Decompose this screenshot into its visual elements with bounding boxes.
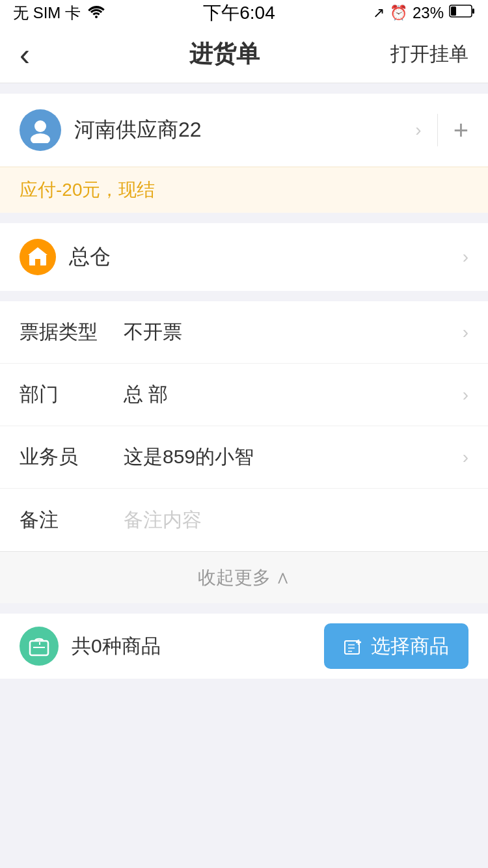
status-bar: 无 SIM 卡 下午6:04 ↗ ⏰ 23% bbox=[0, 0, 488, 26]
location-icon: ↗ bbox=[373, 5, 385, 21]
select-product-icon bbox=[344, 634, 364, 658]
form-section: 票据类型 不开票 › 部门 总 部 › 业务员 这是859的小智 › 备注 备注… bbox=[0, 301, 488, 551]
invoice-type-row[interactable]: 票据类型 不开票 › bbox=[0, 301, 488, 364]
select-product-label: 选择商品 bbox=[371, 633, 449, 660]
svg-marker-6 bbox=[28, 247, 47, 255]
remark-value[interactable]: 备注内容 bbox=[111, 507, 468, 534]
status-time: 下午6:04 bbox=[203, 1, 275, 25]
department-value: 总 部 bbox=[111, 381, 463, 408]
invoice-type-chevron: › bbox=[463, 322, 468, 343]
alarm-icon: ⏰ bbox=[390, 5, 407, 21]
page-title: 进货单 bbox=[189, 38, 260, 70]
battery-label: 23% bbox=[413, 4, 444, 22]
nav-bar: ‹ 进货单 打开挂单 bbox=[0, 26, 488, 83]
shopping-bag-icon bbox=[27, 634, 51, 658]
salesperson-chevron: › bbox=[463, 447, 468, 468]
supplier-divider bbox=[437, 114, 438, 146]
supplier-chevron-icon: › bbox=[415, 120, 421, 141]
warehouse-row[interactable]: 总仓 › bbox=[0, 223, 488, 291]
open-pending-button[interactable]: 打开挂单 bbox=[390, 41, 468, 68]
salesperson-label: 业务员 bbox=[20, 444, 111, 470]
salesperson-value: 这是859的小智 bbox=[111, 444, 463, 470]
select-product-button[interactable]: 选择商品 bbox=[324, 623, 468, 669]
supplier-name: 河南供应商22 bbox=[74, 116, 415, 144]
status-right: ↗ ⏰ 23% bbox=[373, 4, 475, 22]
background-fill bbox=[0, 679, 488, 868]
department-chevron: › bbox=[463, 385, 468, 405]
wifi-icon bbox=[87, 4, 105, 22]
department-label: 部门 bbox=[20, 381, 111, 408]
product-bar: 共0种商品 选择商品 bbox=[0, 614, 488, 679]
collapse-label: 收起更多 ∧ bbox=[198, 565, 291, 590]
department-row[interactable]: 部门 总 部 › bbox=[0, 364, 488, 426]
person-icon bbox=[27, 117, 53, 143]
section-divider-2 bbox=[0, 213, 488, 223]
svg-rect-1 bbox=[472, 8, 474, 14]
warehouse-icon bbox=[20, 239, 56, 275]
warehouse-section: 总仓 › bbox=[0, 223, 488, 291]
notice-text: 应付-20元，现结 bbox=[20, 180, 155, 200]
remark-row[interactable]: 备注 备注内容 bbox=[0, 489, 488, 551]
notice-bar: 应付-20元，现结 bbox=[0, 167, 488, 213]
salesperson-row[interactable]: 业务员 这是859的小智 › bbox=[0, 426, 488, 489]
product-count: 共0种商品 bbox=[72, 633, 324, 660]
svg-point-3 bbox=[34, 120, 46, 132]
svg-point-4 bbox=[31, 133, 50, 143]
collapse-bar[interactable]: 收起更多 ∧ bbox=[0, 551, 488, 603]
supplier-row[interactable]: 河南供应商22 › + bbox=[0, 94, 488, 167]
section-divider-1 bbox=[0, 83, 488, 94]
remark-label: 备注 bbox=[20, 507, 111, 534]
status-left: 无 SIM 卡 bbox=[13, 3, 105, 23]
warehouse-chevron-icon: › bbox=[463, 247, 468, 267]
section-divider-3 bbox=[0, 291, 488, 301]
battery-icon bbox=[449, 4, 475, 22]
product-icon bbox=[20, 627, 59, 666]
svg-rect-7 bbox=[35, 259, 40, 265]
supplier-section: 河南供应商22 › + 应付-20元，现结 bbox=[0, 94, 488, 213]
warehouse-building-icon bbox=[27, 246, 49, 268]
supplier-avatar bbox=[20, 109, 61, 151]
back-button[interactable]: ‹ bbox=[20, 36, 59, 72]
add-supplier-button[interactable]: + bbox=[454, 116, 468, 145]
svg-rect-2 bbox=[451, 7, 456, 16]
carrier-label: 无 SIM 卡 bbox=[13, 3, 81, 23]
warehouse-name: 总仓 bbox=[69, 243, 463, 271]
invoice-type-label: 票据类型 bbox=[20, 319, 111, 346]
invoice-type-value: 不开票 bbox=[111, 319, 463, 346]
